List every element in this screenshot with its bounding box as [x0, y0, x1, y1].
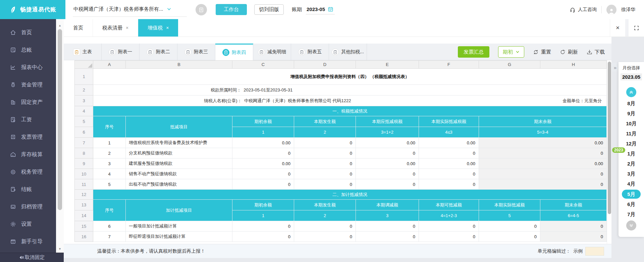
- sidebar-item-payroll[interactable]: 工资: [0, 111, 56, 128]
- s1-header-col: 期末余额: [479, 116, 607, 127]
- value-cell[interactable]: 0.00: [356, 138, 419, 148]
- value-cell[interactable]: 0: [294, 169, 356, 179]
- invoice-summary-button[interactable]: 发票汇总: [458, 46, 489, 58]
- sheet-tab-appendix1[interactable]: 附表一: [102, 44, 140, 60]
- value-cell[interactable]: 0: [294, 232, 356, 242]
- value-cell[interactable]: 0: [419, 169, 479, 179]
- value-cell[interactable]: 0: [294, 158, 356, 169]
- reset-button[interactable]: 重置: [533, 49, 551, 55]
- sidebar-item-inventory[interactable]: 库存核算: [0, 146, 56, 163]
- month-item[interactable]: 3月: [622, 169, 641, 179]
- sheet-scrollbar-thumb[interactable]: [608, 62, 611, 214]
- sidebar-item-general-ledger[interactable]: 总账: [0, 41, 56, 59]
- value-cell[interactable]: 0: [356, 232, 419, 242]
- scroll-up-arrow[interactable]: ▲: [56, 23, 64, 28]
- value-cell[interactable]: 0.00: [419, 138, 479, 148]
- tab-close-icon[interactable]: ×: [166, 25, 169, 30]
- month-item[interactable]: 11月: [622, 129, 641, 139]
- col-letter: E: [356, 61, 419, 69]
- value-cell[interactable]: 0: [419, 148, 479, 158]
- value-cell[interactable]: 0: [419, 179, 479, 190]
- value-cell[interactable]: 0.00: [356, 158, 419, 169]
- value-cell[interactable]: 0: [479, 232, 540, 242]
- seq-cell: 6: [93, 221, 126, 232]
- month-selector-area: » 月份选择 2023.05 8月 9月 10月 11月 12月: [611, 37, 644, 262]
- sheet-tab-appendix3[interactable]: 附表三: [177, 44, 215, 60]
- value-cell[interactable]: 0: [232, 148, 294, 158]
- avatar[interactable]: [606, 5, 616, 15]
- col-letter: A: [93, 61, 126, 69]
- month-item[interactable]: 7月: [622, 209, 641, 219]
- value-cell[interactable]: 0.00: [232, 138, 294, 148]
- value-cell[interactable]: 0: [356, 221, 419, 232]
- sheet-tab-other-deduction[interactable]: 其他扣税...: [329, 44, 367, 60]
- sidebar-scrollbar-thumb[interactable]: [58, 29, 62, 210]
- sidebar-item-tax[interactable]: 税税务管理: [0, 163, 56, 181]
- refresh-button[interactable]: 刷新: [560, 49, 578, 55]
- value-cell[interactable]: 0: [419, 221, 479, 232]
- value-cell[interactable]: 0.00: [232, 158, 294, 169]
- unpin-sidebar-button[interactable]: 取消固定: [0, 253, 64, 262]
- username[interactable]: 徐泽华: [621, 7, 635, 13]
- company-selector[interactable]: 中税网通广泽（天津）税务师事务所有...: [73, 3, 187, 17]
- scroll-down-arrow[interactable]: ▼: [56, 247, 64, 251]
- month-item-active[interactable]: 5月: [622, 190, 641, 199]
- sidebar-item-fixed-assets[interactable]: 固定资产: [0, 93, 56, 111]
- download-button[interactable]: 下载: [587, 49, 605, 55]
- value-cell[interactable]: 0: [232, 169, 294, 179]
- months-scroll-up-button[interactable]: [626, 87, 636, 97]
- value-cell[interactable]: 0: [232, 232, 294, 242]
- sidebar-item-label: 归档管理: [21, 203, 43, 210]
- months-scroll-down-button[interactable]: [626, 220, 636, 231]
- sidebar-item-settings[interactable]: 设置: [0, 215, 56, 233]
- fullscreen-icon[interactable]: [629, 19, 644, 37]
- value-cell[interactable]: 0: [232, 179, 294, 190]
- month-item[interactable]: 4月: [622, 179, 641, 189]
- sidebar-item-guide[interactable]: 新手引导: [0, 233, 56, 250]
- close-all-tabs-icon[interactable]: ×: [610, 19, 625, 37]
- sidebar-item-home[interactable]: 首页: [0, 24, 56, 41]
- value-cell[interactable]: 0: [294, 138, 356, 148]
- warehouse-icon: [10, 151, 16, 157]
- sidebar-item-closing[interactable]: 结账: [0, 181, 56, 198]
- sheet-tab-deduction-detail[interactable]: 减免明细: [253, 44, 291, 60]
- value-cell[interactable]: 0: [294, 148, 356, 158]
- value-cell[interactable]: 0: [294, 179, 356, 190]
- month-item[interactable]: 10月: [622, 119, 641, 129]
- manual-consult[interactable]: 人工咨询: [570, 7, 597, 13]
- doc-circle-icon[interactable]: [196, 4, 207, 15]
- value-cell[interactable]: 0: [294, 221, 356, 232]
- sheet-tab-main[interactable]: 主表: [64, 44, 102, 60]
- sidebar-item-report-center[interactable]: 报表中心: [0, 59, 56, 76]
- value-cell[interactable]: 0.00: [419, 158, 479, 169]
- value-cell[interactable]: 0: [356, 148, 419, 158]
- sidebar-item-label: 固定资产: [21, 99, 43, 106]
- period-picker[interactable]: 2023-05: [306, 5, 335, 14]
- sheet-tab-appendix5[interactable]: 附表五: [291, 44, 329, 60]
- tab-vat[interactable]: 增值税×: [138, 19, 178, 37]
- value-cell[interactable]: 0: [419, 232, 479, 242]
- collapse-panel-icon[interactable]: »: [611, 63, 619, 72]
- opening-balance-dropdown[interactable]: 期初: [498, 46, 524, 58]
- month-item[interactable]: 9月: [622, 109, 641, 119]
- month-item[interactable]: 6月: [622, 199, 641, 209]
- video-guide-icon: [10, 239, 16, 245]
- tab-close-icon[interactable]: ×: [126, 25, 128, 30]
- value-cell[interactable]: 0: [232, 221, 294, 232]
- sheet-tab-appendix2[interactable]: 附表二: [140, 44, 177, 60]
- page-tab-bar: 首页 税表清册× 增值税× ×: [64, 19, 644, 37]
- month-item[interactable]: 2月: [622, 159, 641, 169]
- tab-home[interactable]: 首页: [64, 19, 93, 37]
- sheet-tab-appendix4[interactable]: 附表四: [215, 44, 253, 60]
- month-item[interactable]: 12月: [622, 139, 641, 149]
- value-cell[interactable]: 0: [356, 179, 419, 190]
- sidebar-item-invoice[interactable]: 发票管理: [0, 128, 56, 146]
- month-item[interactable]: 8月: [622, 99, 641, 109]
- workbench-button[interactable]: 工作台: [216, 4, 247, 15]
- value-cell[interactable]: 0: [356, 169, 419, 179]
- sidebar-item-funds[interactable]: 资金管理: [0, 76, 56, 93]
- switch-old-version-button[interactable]: 切到旧版: [254, 4, 284, 15]
- value-cell[interactable]: 0: [479, 221, 540, 232]
- tab-tax-register[interactable]: 税表清册×: [93, 19, 138, 37]
- sidebar-item-archive[interactable]: 归档管理: [0, 198, 56, 215]
